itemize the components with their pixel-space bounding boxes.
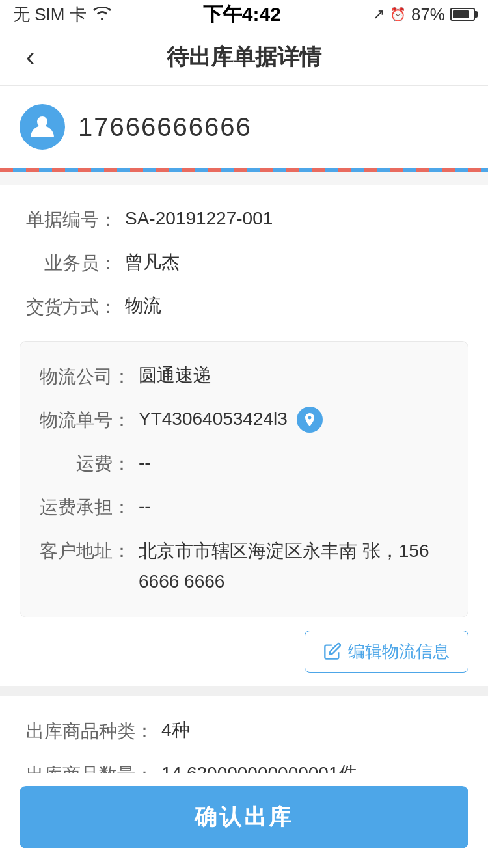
section-separator xyxy=(0,686,488,696)
doc-number-row: 单据编号： SA-20191227-001 xyxy=(26,204,462,235)
status-time: 下午4:42 xyxy=(203,1,281,28)
doc-number-value: SA-20191227-001 xyxy=(117,204,462,234)
edit-logistics-button[interactable]: 编辑物流信息 xyxy=(305,631,468,673)
status-right: ↗ ⏰ 87% xyxy=(373,5,475,25)
logistics-company-label: 物流公司： xyxy=(40,361,131,392)
sales-person-label: 业务员： xyxy=(26,248,117,278)
nav-bar: ‹ 待出库单据详情 xyxy=(0,29,488,86)
svg-point-0 xyxy=(37,116,47,127)
alarm-icon: ⏰ xyxy=(390,7,406,22)
delivery-method-value: 物流 xyxy=(117,292,462,321)
status-bar: 无 SIM 卡 下午4:42 ↗ ⏰ 87% xyxy=(0,0,488,29)
goods-type-row: 出库商品种类： 4种 xyxy=(26,716,462,746)
person-icon xyxy=(28,113,57,141)
freight-label: 运费： xyxy=(40,448,131,479)
edit-icon xyxy=(323,642,342,660)
sales-person-row: 业务员： 曾凡杰 xyxy=(26,248,462,278)
edit-logistics-row: 编辑物流信息 xyxy=(0,617,488,679)
address-row: 客户地址： 北京市市辖区海淀区永丰南 张，156 6666 6666 xyxy=(40,536,448,597)
logistics-card: 物流公司： 圆通速递 物流单号： YT43064053424l3 运费： -- … xyxy=(20,341,468,617)
logistics-section: 物流公司： 圆通速递 物流单号： YT43064053424l3 运费： -- … xyxy=(0,341,488,685)
address-label: 客户地址： xyxy=(40,536,131,566)
confirm-button[interactable]: 确认出库 xyxy=(20,786,468,848)
wifi-icon xyxy=(93,5,111,25)
address-value: 北京市市辖区海淀区永丰南 张，156 6666 6666 xyxy=(131,536,448,597)
basic-info-section: 单据编号： SA-20191227-001 业务员： 曾凡杰 交货方式： 物流 xyxy=(0,185,488,341)
freight-row: 运费： -- xyxy=(40,448,448,479)
tracking-number-label: 物流单号： xyxy=(40,405,131,435)
goods-type-value: 4种 xyxy=(154,716,462,745)
edit-logistics-label: 编辑物流信息 xyxy=(348,640,450,663)
customer-phone: 17666666666 xyxy=(78,113,252,142)
confirm-button-container: 确认出库 xyxy=(0,773,488,868)
dashed-divider xyxy=(0,168,488,172)
back-button[interactable]: ‹ xyxy=(20,36,41,78)
location-icon: ↗ xyxy=(373,6,385,23)
freight-value: -- xyxy=(131,448,448,478)
logistics-company-row: 物流公司： 圆通速递 xyxy=(40,361,448,392)
customer-avatar xyxy=(20,104,65,150)
location-pin-icon[interactable] xyxy=(297,407,323,433)
delivery-method-label: 交货方式： xyxy=(26,292,117,322)
status-left: 无 SIM 卡 xyxy=(13,3,111,26)
battery-text: 87% xyxy=(411,5,445,25)
doc-number-label: 单据编号： xyxy=(26,204,117,235)
sales-person-value: 曾凡杰 xyxy=(117,248,462,277)
page-title: 待出库单据详情 xyxy=(167,42,321,72)
battery-icon xyxy=(450,8,475,21)
delivery-method-row: 交货方式： 物流 xyxy=(26,292,462,322)
logistics-company-value: 圆通速递 xyxy=(131,361,448,390)
freight-bearer-label: 运费承担： xyxy=(40,492,131,522)
customer-header: 17666666666 xyxy=(0,86,488,168)
goods-type-label: 出库商品种类： xyxy=(26,716,154,746)
freight-bearer-row: 运费承担： -- xyxy=(40,492,448,522)
carrier-text: 无 SIM 卡 xyxy=(13,3,87,26)
tracking-number-row: 物流单号： YT43064053424l3 xyxy=(40,405,448,435)
tracking-number-value: YT43064053424l3 xyxy=(131,405,448,434)
freight-bearer-value: -- xyxy=(131,492,448,521)
